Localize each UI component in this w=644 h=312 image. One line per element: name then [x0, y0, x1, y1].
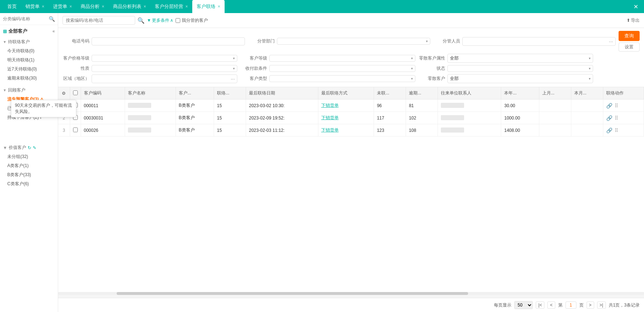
table-container: ⚙ 客户编码 客户名称 客户... 联络... 最后联络日期 最后联络方式 未联… [58, 87, 644, 292]
sidebar-item-today[interactable]: 今天待联络(0) [0, 46, 58, 56]
row-contact: 15 [214, 124, 246, 137]
row-last-month [539, 112, 571, 124]
sidebar: 🔍 ⊞ 全部客户 « ▼ 待联络客户 今天待联络(0) 明天待联络(1) 近7天… [0, 13, 58, 312]
page-size-select[interactable]: 50 20 100 [514, 301, 533, 309]
tab-homepage[interactable]: 首页 [3, 0, 21, 13]
tab-product-list[interactable]: 商品分析列表 × [109, 0, 150, 13]
link-action-icon[interactable]: 🔗 [606, 103, 612, 109]
th-unit-contact: 往来单位联系人 [438, 87, 501, 100]
price-tier-select[interactable]: ▾ [92, 55, 237, 62]
tab-customer-contact[interactable]: 客户联络 × [192, 0, 225, 13]
filter-status-field: 状态 ▾ [418, 65, 593, 72]
settings-button[interactable]: 设置 [619, 42, 640, 52]
filter-bar: 🔍 ▼ 更多条件 ∧ 我分管的客户 ⬆ 导出 [58, 13, 644, 28]
filter-retail-attr-field: 零散客户属性 全部 ▾ [418, 54, 593, 63]
sidebar-section-review-title[interactable]: ▼ 回顾客户 [0, 86, 58, 95]
row-last-date: 2023-02-09 19:52: [246, 112, 318, 124]
row-contact: 15 [214, 100, 246, 112]
tooltip-box: 90天未交易的客户，可能有流失风险。 [11, 100, 58, 117]
more-action-icon[interactable]: ⠿ [615, 103, 618, 109]
table-footer: 每页显示 50 20 100 |< < 第 页 > >| 共1页，3条记录 [58, 298, 644, 312]
more-conditions-button[interactable]: ▼ 更多条件 ∧ [147, 17, 173, 24]
customer-type-select[interactable]: ▾ [269, 75, 415, 82]
chevron-down-icon: ▾ [426, 39, 428, 43]
filter-customer-type-field: 客户类型 ▾ [240, 75, 415, 82]
row-year: 1000.00 [501, 112, 539, 124]
select-all-checkbox[interactable] [73, 90, 78, 95]
retail-select[interactable]: 全部 ▾ [447, 74, 593, 83]
sidebar-item-overdue[interactable]: 逾期未联络(30) [0, 74, 58, 83]
th-settings[interactable]: ⚙ [58, 87, 70, 100]
export-button[interactable]: ⬆ 导出 [627, 17, 640, 24]
collapse-icon[interactable]: « [52, 29, 55, 34]
refresh-icon[interactable]: ↻ [28, 145, 31, 150]
sidebar-search-container: 🔍 [0, 13, 58, 25]
sidebar-item-type-b[interactable]: B类客户(33) [0, 170, 58, 179]
last-page-button[interactable]: >| [597, 301, 606, 309]
more-dots-icon2[interactable]: ··· [231, 76, 235, 82]
horizontal-scrollbar[interactable] [58, 292, 644, 295]
close-icon[interactable]: × [42, 4, 44, 9]
sidebar-item-tomorrow[interactable]: 明天待联络(1) [0, 56, 58, 65]
my-customers-checkbox[interactable] [176, 18, 180, 23]
window-close-btn[interactable]: ✕ [631, 3, 641, 10]
retail-attr-select[interactable]: 全部 ▾ [447, 54, 593, 63]
prev-page-button[interactable]: < [547, 301, 555, 309]
close-icon[interactable]: × [185, 4, 188, 9]
close-icon[interactable]: × [144, 4, 146, 9]
customer-tier-select[interactable]: ▾ [269, 55, 415, 62]
tab-purchase-order[interactable]: 进货单 × [49, 0, 76, 13]
search-button[interactable]: 🔍 [137, 17, 145, 24]
sidebar-all-customers[interactable]: ⊞ 全部客户 « [0, 25, 58, 36]
page-number-input[interactable] [565, 301, 576, 309]
more-dots-icon[interactable]: ··· [609, 39, 613, 44]
link-action-icon[interactable]: 🔗 [606, 115, 612, 121]
sidebar-item-type-c[interactable]: C类客户(6) [0, 179, 58, 189]
row-last-method: 下销货单 [318, 124, 374, 137]
sidebar-search-input[interactable] [3, 16, 49, 21]
close-icon[interactable]: × [218, 4, 220, 9]
region-select[interactable]: ··· [92, 74, 237, 83]
row-num: 3 [58, 124, 70, 137]
row-last-month [539, 124, 571, 137]
row-action: 🔗 ⠿ [603, 124, 644, 137]
next-page-button[interactable]: > [587, 301, 594, 309]
th-last-method: 最后联络方式 [318, 87, 374, 100]
row-checkbox[interactable] [70, 124, 81, 137]
th-last-month: 上月... [539, 87, 571, 100]
status-select[interactable]: ▾ [447, 65, 593, 72]
close-icon[interactable]: × [102, 4, 104, 9]
close-icon[interactable]: × [69, 4, 72, 9]
sidebar-item-ungroup[interactable]: 未分组(32) [0, 152, 58, 161]
tab-sales-order[interactable]: 销货单 × [21, 0, 49, 13]
advanced-filter-panel: 电话号码 分管部门 ▾ 分管人员 ··· [58, 28, 644, 87]
row-last-date: 2023-02-03 11:12: [246, 124, 318, 137]
tab-product-analysis[interactable]: 商品分析 × [76, 0, 109, 13]
sidebar-section-value-title[interactable]: ▼ 价值客户 ↻ ✎ [0, 143, 58, 152]
nature-select[interactable]: ▾ [92, 65, 237, 72]
payment-select[interactable]: ▾ [269, 65, 415, 72]
row-select-checkbox[interactable] [73, 127, 78, 132]
edit-icon[interactable]: ✎ [33, 145, 36, 150]
sidebar-item-7days[interactable]: 近7天待联络(0) [0, 65, 58, 74]
my-customers-checkbox-label[interactable]: 我分管的客户 [176, 17, 208, 24]
first-page-button[interactable]: |< [536, 301, 544, 309]
row-overdue: 108 [406, 124, 438, 137]
person-select[interactable]: ··· [462, 37, 616, 46]
arrow-icon: ▼ [3, 145, 7, 150]
tab-customer-tier[interactable]: 客户分层经营 × [150, 0, 192, 13]
phone-input[interactable] [92, 37, 245, 45]
more-action-icon[interactable]: ⠿ [615, 115, 618, 121]
sidebar-item-type-a[interactable]: A类客户(1) [0, 161, 58, 170]
th-checkbox[interactable] [70, 87, 81, 100]
row-this-month [571, 112, 603, 124]
query-button[interactable]: 查询 [619, 31, 640, 41]
chevron-up-icon: ∧ [170, 18, 173, 23]
link-action-icon[interactable]: 🔗 [606, 127, 612, 133]
export-icon: ⬆ [627, 18, 630, 23]
sidebar-section-pending-title[interactable]: ▼ 待联络客户 [0, 37, 58, 46]
dept-select[interactable]: ▾ [277, 38, 430, 45]
scrollbar-thumb[interactable] [117, 292, 468, 295]
search-input[interactable] [63, 16, 135, 25]
more-action-icon[interactable]: ⠿ [615, 127, 618, 133]
